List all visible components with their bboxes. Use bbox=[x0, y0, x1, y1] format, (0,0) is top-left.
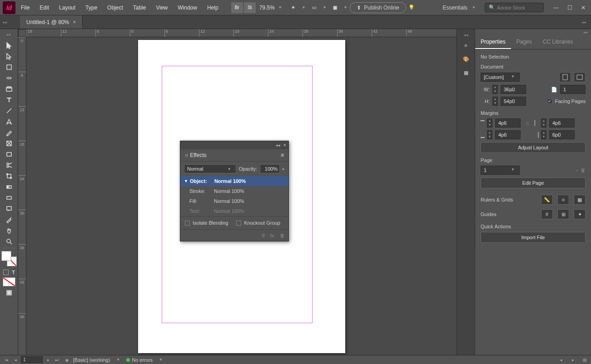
preflight-profile[interactable]: [Basic] (working) bbox=[73, 357, 110, 363]
format-container-text-toggle[interactable]: T bbox=[0, 268, 18, 276]
height-stepper[interactable]: ▲▼ bbox=[492, 97, 498, 106]
width-stepper[interactable]: ▲▼ bbox=[492, 85, 498, 94]
clear-effects-icon[interactable]: ⊘ bbox=[261, 232, 265, 238]
bridge-icon[interactable]: Br bbox=[231, 2, 243, 13]
effects-panel[interactable]: ◂◂ ✕ ○Effects ≡ Normal ▼ Opacity: 100% ▸… bbox=[180, 141, 289, 241]
color-dock-icon[interactable]: 🎨 bbox=[460, 54, 472, 64]
margin-right-stepper[interactable]: ▲▼ bbox=[541, 130, 546, 139]
edit-page-button[interactable]: Edit Page bbox=[481, 177, 586, 188]
rectangle-tool[interactable] bbox=[0, 149, 18, 160]
panel-menu-icon[interactable]: ≡ bbox=[281, 152, 284, 158]
ruler-origin[interactable] bbox=[18, 29, 26, 37]
menu-layout[interactable]: Layout bbox=[55, 2, 80, 14]
page-number-select[interactable]: 1 ▼ bbox=[481, 166, 520, 175]
fx-button[interactable]: fx. bbox=[270, 233, 275, 238]
fill-stroke-swatch[interactable] bbox=[1, 251, 17, 266]
line-tool[interactable] bbox=[0, 105, 18, 116]
stock-icon[interactable]: St bbox=[244, 2, 256, 13]
vertical-ruler[interactable]: 0612182430364248 bbox=[18, 37, 26, 355]
next-page-button[interactable]: ▸ bbox=[45, 358, 52, 362]
scroll-left-icon[interactable]: ◂ bbox=[557, 358, 565, 362]
eyedropper-tool[interactable] bbox=[0, 214, 18, 225]
search-stock-input[interactable]: 🔍 Adobe Stock bbox=[485, 3, 544, 12]
margin-top-input[interactable]: 4p6 bbox=[495, 118, 521, 128]
menu-object[interactable]: Object bbox=[103, 2, 128, 14]
arrange-icon[interactable]: ▦ bbox=[329, 2, 341, 13]
delete-page-icon[interactable]: 🗑 bbox=[581, 167, 586, 173]
menu-edit[interactable]: Edit bbox=[35, 2, 54, 14]
direct-selection-tool[interactable] bbox=[0, 51, 18, 62]
tab-pages[interactable]: Pages bbox=[511, 35, 537, 49]
canvas-area[interactable]: 181260612182430364248 0612182430364248 ◂… bbox=[18, 29, 457, 355]
hand-tool[interactable] bbox=[0, 225, 18, 236]
gap-tool[interactable] bbox=[0, 73, 18, 84]
panel-expand-icon[interactable]: ◂◂ bbox=[578, 15, 589, 29]
effects-target-fill[interactable]: Fill: Normal 100% bbox=[180, 196, 288, 206]
blend-mode-select[interactable]: Normal ▼ bbox=[184, 164, 236, 173]
tab-scroll-icon[interactable]: ▸▸ bbox=[0, 15, 11, 29]
gradient-swatch-tool[interactable] bbox=[0, 182, 18, 192]
facing-pages-checkbox[interactable]: ✔ bbox=[547, 98, 552, 104]
effects-target-text[interactable]: Text: Normal 100% bbox=[180, 206, 288, 216]
margin-left-input[interactable]: 4p6 bbox=[549, 118, 575, 128]
type-tool[interactable] bbox=[0, 94, 18, 105]
pencil-tool[interactable] bbox=[0, 127, 18, 138]
fill-swatch[interactable] bbox=[1, 251, 11, 261]
panel-collapse-icon[interactable]: ▸▸ bbox=[475, 29, 591, 35]
margin-bottom-input[interactable]: 4p6 bbox=[495, 130, 521, 139]
delete-effect-icon[interactable]: 🗑 bbox=[280, 233, 285, 238]
first-page-button[interactable]: I◂ bbox=[3, 358, 10, 362]
free-transform-tool[interactable] bbox=[0, 171, 18, 182]
close-tab-icon[interactable]: × bbox=[73, 19, 76, 25]
page-preset-select[interactable]: [Custom] ▼ bbox=[481, 73, 520, 82]
pages-input[interactable]: 1 bbox=[560, 85, 586, 94]
effects-target-object[interactable]: ▼ Object: Normal 100% bbox=[180, 176, 288, 186]
menu-view[interactable]: View bbox=[151, 2, 172, 14]
pages-dock-icon[interactable]: ▦ bbox=[460, 67, 472, 78]
minimize-button[interactable]: — bbox=[551, 4, 561, 12]
orientation-landscape-button[interactable] bbox=[574, 72, 586, 82]
document-grid-button[interactable]: ▦ bbox=[574, 195, 586, 205]
horizontal-ruler[interactable]: 181260612182430364248 bbox=[26, 29, 457, 37]
smart-guides-button[interactable]: ✦ bbox=[574, 209, 586, 219]
menu-type[interactable]: Type bbox=[81, 2, 102, 14]
opacity-input[interactable]: 100% bbox=[260, 164, 280, 173]
publish-online-button[interactable]: ⬆ Publish Online bbox=[350, 2, 406, 13]
view-mode-toggle[interactable] bbox=[0, 287, 18, 298]
menu-window[interactable]: Window bbox=[173, 2, 202, 14]
link-margins-icon[interactable]: ⎌ bbox=[526, 120, 529, 126]
isolate-blending-checkbox[interactable]: Isolate Blending bbox=[185, 220, 228, 226]
close-button[interactable]: ✕ bbox=[578, 4, 588, 12]
help-tip-icon[interactable]: 💡 bbox=[407, 5, 416, 10]
selection-tool[interactable] bbox=[0, 40, 18, 51]
maximize-button[interactable]: ☐ bbox=[565, 4, 575, 12]
preflight-status[interactable]: No errors bbox=[126, 357, 153, 363]
content-collector-tool[interactable] bbox=[0, 84, 18, 94]
lock-guides-button[interactable]: ⊞ bbox=[557, 209, 569, 219]
note-tool[interactable] bbox=[0, 203, 18, 214]
show-guides-button[interactable]: # bbox=[541, 209, 553, 219]
menu-help[interactable]: Help bbox=[203, 2, 223, 14]
apply-none-swatch[interactable] bbox=[3, 277, 15, 286]
pen-tool[interactable] bbox=[0, 116, 18, 127]
margin-left-stepper[interactable]: ▲▼ bbox=[541, 118, 546, 128]
current-page-input[interactable]: 1 bbox=[21, 356, 43, 363]
panel-collapse-icon[interactable]: ◂◂ bbox=[276, 143, 280, 148]
margin-top-stepper[interactable]: ▲▼ bbox=[487, 118, 492, 128]
margin-right-input[interactable]: 6p0 bbox=[549, 130, 575, 139]
page-tool[interactable] bbox=[0, 62, 18, 73]
width-input[interactable]: 36p0 bbox=[501, 85, 526, 94]
menu-file[interactable]: File bbox=[16, 2, 34, 14]
adjust-layout-button[interactable]: Adjust Layout bbox=[481, 142, 586, 153]
effects-target-stroke[interactable]: Stroke: Normal 100% bbox=[180, 186, 288, 196]
prev-page-button[interactable]: ◂ bbox=[12, 358, 19, 362]
rulers-toggle-button[interactable]: 📏 bbox=[541, 195, 553, 205]
screen-mode-icon[interactable]: ▭ bbox=[308, 2, 320, 13]
scroll-right-icon[interactable]: ▸ bbox=[569, 358, 576, 362]
resize-handle-icon[interactable]: ▨ bbox=[581, 358, 588, 362]
knockout-group-checkbox[interactable]: Knockout Group bbox=[236, 220, 280, 226]
last-page-button[interactable]: ▸I bbox=[54, 358, 61, 362]
workspace-selector[interactable]: Essentials ▼ bbox=[439, 3, 481, 13]
margin-bottom-stepper[interactable]: ▲▼ bbox=[487, 130, 492, 139]
zoom-tool[interactable] bbox=[0, 236, 18, 247]
